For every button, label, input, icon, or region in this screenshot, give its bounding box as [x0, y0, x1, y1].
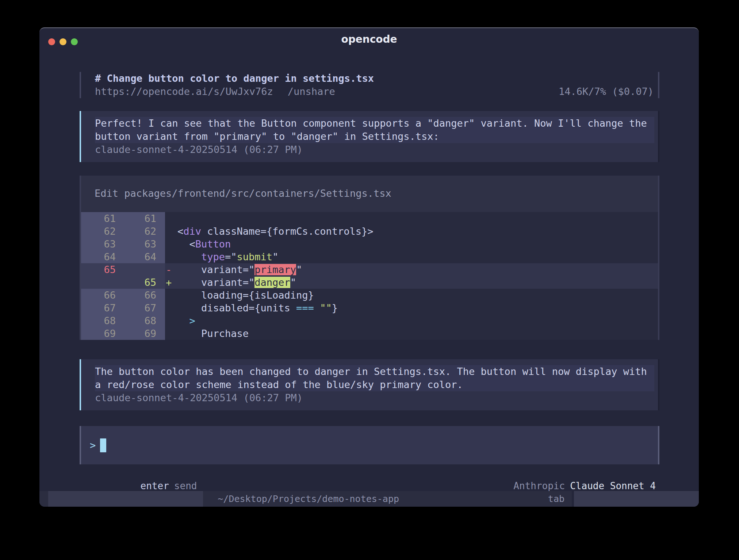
- code-token: [177, 251, 201, 262]
- code-token: type: [201, 251, 225, 262]
- diff-view: 61616262<div className={formCs.controls}…: [81, 212, 658, 340]
- message-text: The button color has been changed to dan…: [95, 365, 654, 391]
- diff-code-line: variant="primary": [177, 263, 658, 276]
- diff-marker: [165, 238, 177, 250]
- code-token: variant=": [177, 277, 254, 288]
- diff-old-lineno: 61: [81, 212, 119, 225]
- diff-new-lineno: 68: [119, 314, 165, 327]
- diff-code-line: [177, 212, 658, 225]
- code-token: <: [177, 238, 195, 250]
- diff-row: 6262<div className={formCs.controls}>: [81, 225, 658, 238]
- app-name-version: opencodev0.3.11: [48, 491, 203, 507]
- prompt-symbol: >: [90, 440, 96, 451]
- diff-old-lineno: 69: [81, 327, 119, 340]
- code-token: =": [225, 251, 237, 262]
- diff-old-lineno: 68: [81, 314, 119, 327]
- diff-code-line: variant="danger": [177, 276, 658, 289]
- build-mode-badge: BUILDMODE: [572, 491, 699, 507]
- send-action-label: send: [174, 480, 197, 491]
- window-titlebar[interactable]: opencode: [39, 28, 699, 49]
- assistant-message-2: The button color has been changed to dan…: [80, 359, 659, 410]
- code-token: [314, 302, 320, 314]
- text-cursor: [100, 438, 106, 452]
- tab-key-hint[interactable]: tab: [548, 491, 564, 507]
- diff-new-lineno: [119, 263, 165, 276]
- diff-old-lineno: 63: [81, 238, 119, 250]
- diff-code-line: <Button: [177, 238, 658, 250]
- code-token: submit: [237, 251, 273, 262]
- status-bar-left: opencodev0.3.11 ~/Desktop/Projects/demo-…: [48, 491, 399, 507]
- code-token: ": [290, 277, 296, 288]
- diff-marker: [165, 302, 177, 314]
- diff-row: 6969 Purchase: [81, 327, 658, 340]
- session-title: # Change button color to danger in setti…: [95, 72, 654, 85]
- context-stats: 14.6K/7% ($0.07): [559, 85, 654, 98]
- diff-code-line: disabled={units === ""}: [177, 302, 658, 314]
- diff-new-lineno: 69: [119, 327, 165, 340]
- code-token: >: [189, 315, 195, 326]
- diff-marker: -: [165, 263, 177, 276]
- diff-code-line: Purchase: [177, 327, 658, 340]
- model-name: Claude Sonnet 4: [570, 480, 656, 491]
- diff-marker: [165, 225, 177, 238]
- diff-marker: [165, 212, 177, 225]
- session-header: # Change button color to danger in setti…: [80, 72, 659, 98]
- code-token: variant=": [177, 264, 254, 275]
- diff-new-lineno: 66: [119, 289, 165, 302]
- diff-row: 65- variant="primary": [81, 263, 658, 276]
- code-token: div: [183, 226, 201, 237]
- diff-row: 6666 loading={isLoading}: [81, 289, 658, 302]
- code-token: }: [332, 302, 338, 314]
- code-token: <: [177, 226, 183, 237]
- diff-row: 6464 type="submit": [81, 250, 658, 263]
- code-token: disabled={units: [177, 302, 296, 314]
- diff-row: 6868 >: [81, 314, 658, 327]
- code-token: "": [320, 302, 332, 314]
- code-token: Purchase: [177, 328, 249, 339]
- window-title: opencode: [39, 28, 699, 49]
- diff-marker: [165, 289, 177, 302]
- diff-marker: [165, 314, 177, 327]
- unshare-command[interactable]: /unshare: [288, 85, 335, 98]
- diff-old-lineno: [81, 276, 119, 289]
- diff-code-line: loading={isLoading}: [177, 289, 658, 302]
- status-bar-right: tab BUILDMODE: [548, 491, 699, 507]
- diff-marker: +: [165, 276, 177, 289]
- diff-row: 65+ variant="danger": [81, 276, 658, 289]
- status-bar: opencodev0.3.11 ~/Desktop/Projects/demo-…: [39, 491, 699, 507]
- diff-new-lineno: 67: [119, 302, 165, 314]
- code-token: [177, 315, 189, 326]
- code-token: ": [272, 251, 278, 262]
- diff-code-line: type="submit": [177, 250, 658, 263]
- message-text: Perfect! I can see that the Button compo…: [95, 117, 654, 143]
- code-token: loading={isLoading}: [177, 289, 314, 301]
- diff-marker: [165, 250, 177, 263]
- diff-old-lineno: 62: [81, 225, 119, 238]
- diff-new-lineno: 61: [119, 212, 165, 225]
- edit-tool-title: Edit packages/frontend/src/containers/Se…: [81, 188, 658, 199]
- message-meta: claude-sonnet-4-20250514 (06:27 PM): [95, 143, 654, 156]
- code-token: primary: [254, 264, 296, 275]
- assistant-message-1: Perfect! I can see that the Button compo…: [80, 111, 659, 162]
- desktop-background: opencode # Change button color to danger…: [0, 0, 739, 560]
- diff-new-lineno: 62: [119, 225, 165, 238]
- diff-row: 6363 <Button: [81, 238, 658, 250]
- enter-key-hint: enter: [141, 480, 169, 491]
- diff-row: 6161: [81, 212, 658, 225]
- code-token: Button: [195, 238, 231, 250]
- diff-new-lineno: 64: [119, 250, 165, 263]
- message-meta: claude-sonnet-4-20250514 (06:27 PM): [95, 391, 654, 404]
- session-subtitle: https://opencode.ai/s/UwJxv76z /unshare …: [95, 85, 654, 98]
- code-token: danger: [254, 277, 290, 288]
- diff-old-lineno: 65: [81, 263, 119, 276]
- diff-code-line: >: [177, 314, 658, 327]
- prompt-input[interactable]: >: [80, 426, 659, 464]
- code-token: ===: [296, 302, 314, 314]
- diff-new-lineno: 65: [119, 276, 165, 289]
- session-content: # Change button color to danger in setti…: [80, 72, 659, 502]
- diff-old-lineno: 67: [81, 302, 119, 314]
- code-token: className={formCs.controls}>: [201, 226, 373, 237]
- share-url[interactable]: https://opencode.ai/s/UwJxv76z: [95, 85, 273, 98]
- model-provider: Anthropic: [513, 480, 565, 491]
- code-token: ": [296, 264, 302, 275]
